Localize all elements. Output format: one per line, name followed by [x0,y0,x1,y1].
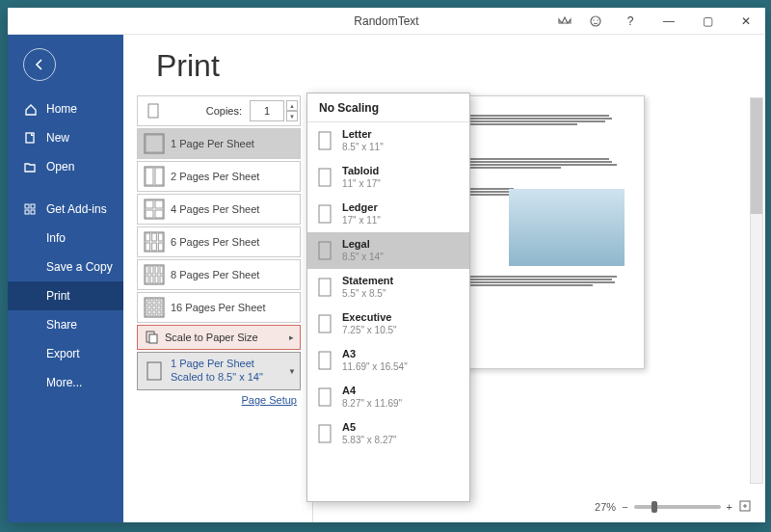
pps-label: 16 Pages Per Sheet [171,302,300,313]
sidebar-item-save-a-copy[interactable]: Save a Copy [8,253,123,281]
pps-label: 8 Pages Per Sheet [171,269,300,280]
paper-size-a3[interactable]: A311.69" x 16.54" [307,342,469,379]
paper-name: Statement [342,275,393,287]
printer-icon [138,102,169,120]
svg-point-2 [597,19,598,20]
zoom-in-button[interactable]: + [727,501,732,513]
pages-per-sheet-6[interactable]: 6 Pages Per Sheet [137,226,301,257]
face-smile-icon[interactable] [580,8,611,35]
maximize-button[interactable]: ▢ [688,8,727,35]
pages-per-sheet-16[interactable]: 16 Pages Per Sheet [137,292,301,323]
scrollbar-thumb[interactable] [751,98,762,214]
svg-rect-59 [319,279,331,296]
svg-rect-39 [160,299,163,302]
zoom-slider-thumb[interactable] [651,501,657,513]
zoom-out-button[interactable]: − [622,501,627,513]
close-button[interactable]: ✕ [727,8,765,35]
svg-rect-31 [146,276,148,283]
back-button[interactable] [23,48,56,81]
paper-size-a4[interactable]: A48.27" x 11.69" [307,379,469,415]
grid-8-icon [138,264,171,285]
paper-size-ledger[interactable]: Ledger17" x 11" [307,196,469,232]
paper-name: Executive [342,311,397,324]
svg-rect-33 [155,276,158,283]
paper-size-letter[interactable]: Letter8.5" x 11" [307,122,469,159]
svg-rect-19 [145,232,164,252]
page-setup-link[interactable]: Page Setup [129,394,308,406]
svg-rect-63 [319,425,331,442]
svg-rect-17 [146,210,153,218]
pps-label: 2 Pages Per Sheet [171,171,300,182]
sidebar-item-export[interactable]: Export [8,339,123,368]
sidebar-item-label: New [46,131,69,145]
grid-2-icon [138,166,171,187]
paper-dimensions: 5.83" x 8.27" [342,435,397,446]
grid-6-icon [138,231,171,253]
copies-label: Copies: [169,105,250,117]
svg-rect-18 [155,210,163,218]
svg-rect-6 [25,210,29,214]
svg-rect-58 [319,242,331,259]
page-icon [317,351,332,370]
sidebar-item-share[interactable]: Share [8,310,123,339]
paper-dimensions: 11" x 17" [342,178,381,190]
zoom-slider[interactable] [634,505,721,509]
scale-to-paper-size-row[interactable]: Scale to Paper Size ▸ [137,325,301,350]
open-icon [23,160,37,173]
svg-rect-40 [146,304,148,306]
help-button[interactable]: ? [611,8,650,35]
minimize-button[interactable]: — [650,8,688,35]
svg-rect-7 [31,210,35,214]
paper-dimensions: 8.5" x 11" [342,142,384,153]
pps-label: 6 Pages Per Sheet [171,236,300,248]
fit-page-icon[interactable] [738,499,752,515]
sidebar-item-label: Home [46,102,77,116]
paper-size-executive[interactable]: Executive7.25" x 10.5" [307,306,469,342]
paper-name: Letter [342,128,384,141]
svg-rect-42 [155,304,158,306]
copies-row: Copies: 1 ▲▼ [137,95,301,126]
svg-rect-46 [155,308,158,311]
pages-per-sheet-dropdown[interactable]: 1 Page Per Sheet Scaled to 8.5" x 14" ▼ [137,352,301,390]
sidebar-item-print[interactable]: Print [8,281,123,310]
paper-size-statement[interactable]: Statement5.5" x 8.5" [307,269,469,306]
paper-size-a5[interactable]: A55.83" x 8.27" [307,415,469,452]
page-icon [317,424,332,443]
sidebar-item-open[interactable]: Open [8,152,123,181]
copies-input[interactable]: 1 [250,100,284,121]
svg-rect-32 [150,276,153,283]
svg-rect-21 [152,233,157,241]
paper-size-legal[interactable]: Legal8.5" x 14" [307,232,469,269]
sidebar-item-label: Share [46,318,77,332]
preview-scrollbar[interactable] [750,97,763,484]
svg-rect-48 [146,313,148,316]
svg-rect-62 [319,388,331,406]
svg-rect-57 [319,205,331,223]
svg-rect-50 [155,313,158,316]
svg-rect-28 [150,266,153,274]
pages-per-sheet-2[interactable]: 2 Pages Per Sheet [137,161,301,192]
pages-per-sheet-8[interactable]: 8 Pages Per Sheet [137,259,301,290]
svg-rect-53 [149,334,157,343]
pps-label: 1 Page Per Sheet [171,138,300,149]
zoom-percent: 27% [595,501,616,513]
sidebar-item-more-[interactable]: More... [8,368,123,397]
svg-rect-8 [148,104,158,118]
sidebar-item-new[interactable]: New [8,123,123,152]
sidebar-item-get-add-ins[interactable]: Get Add-ins [8,195,123,224]
summary-line1: 1 Page Per Sheet [171,358,300,371]
svg-rect-16 [155,200,163,208]
premium-icon[interactable] [549,8,580,35]
pages-per-sheet-1[interactable]: 1 Page Per Sheet [137,128,301,159]
pages-per-sheet-4[interactable]: 4 Pages Per Sheet [137,194,301,225]
flyout-header[interactable]: No Scaling [307,93,469,122]
blank-icon [23,289,37,303]
scale-icon [138,331,165,344]
sidebar-item-home[interactable]: Home [8,94,123,123]
sidebar-item-info[interactable]: Info [8,224,123,253]
paper-size-tabloid[interactable]: Tabloid11" x 17" [307,159,469,196]
svg-rect-47 [160,308,163,311]
sidebar-item-label: Get Add-ins [46,202,107,216]
copies-spinner[interactable]: ▲▼ [286,100,298,121]
chevron-down-icon: ▼ [288,367,296,376]
